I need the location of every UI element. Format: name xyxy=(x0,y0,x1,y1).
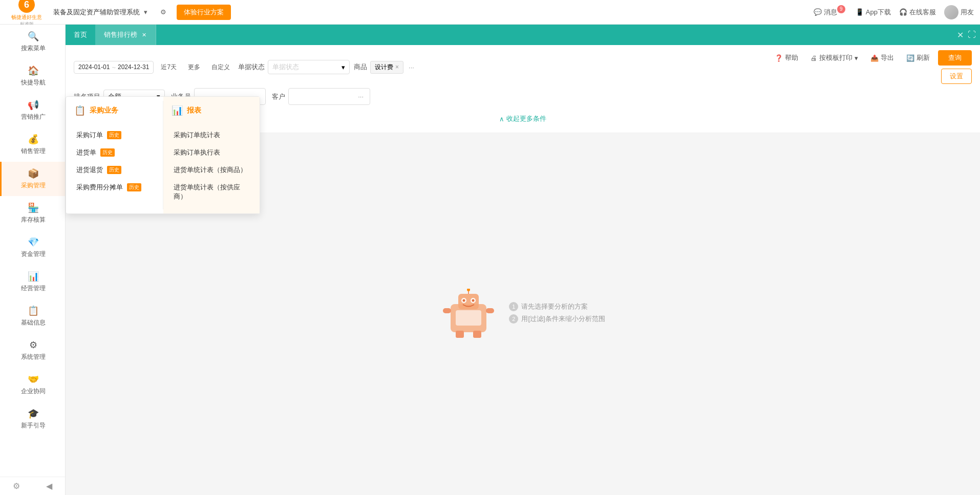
report-menu-section: 📊 报表 采购订单统计表 采购订单执行表 进货单统计表（按商品） 进货单统计表（… xyxy=(163,97,260,213)
user-btn[interactable]: 用友 xyxy=(944,5,974,19)
avatar xyxy=(944,5,958,19)
marketing-icon: 📢 xyxy=(28,99,39,111)
inbound-stat-supplier-label: 进货单统计表（按供应商） xyxy=(174,183,250,201)
menu-item-inbound-stat-supplier[interactable]: 进货单统计表（按供应商） xyxy=(172,179,252,205)
content-area: 首页 销售排行榜 ✕ ✕ ⛶ 2024-01-01 xyxy=(66,25,980,495)
empty-line-2: 用[过滤]条件来缩小分析范围 xyxy=(521,314,605,324)
sidebar-collapse-btn[interactable]: ◀ xyxy=(46,481,52,491)
goods-filter: 商品 设计费 × ··· xyxy=(354,61,416,74)
sidebar-item-enterprise[interactable]: 🤝 企业协同 xyxy=(0,368,65,402)
purchase-order-label: 采购订单 xyxy=(76,131,103,140)
quick-custom[interactable]: 自定义 xyxy=(207,61,234,73)
quick-7days[interactable]: 近7天 xyxy=(157,61,181,73)
sidebar-item-search[interactable]: 🔍 搜索菜单 xyxy=(0,25,65,59)
status-select[interactable]: 单据状态 ▾ xyxy=(268,60,350,74)
collapse-icon: ∧ xyxy=(499,115,504,123)
export-btn[interactable]: 📤 导出 xyxy=(866,51,898,64)
sidebar-settings-btn[interactable]: ⚙ xyxy=(13,481,20,491)
sidebar-item-finance[interactable]: 💎 资金管理 xyxy=(0,230,65,265)
export-label: 导出 xyxy=(881,53,894,62)
date-end: 2024-12-31 xyxy=(118,63,149,71)
settings-icon[interactable]: ⚙ xyxy=(156,5,171,19)
menu-item-inbound-stat-goods[interactable]: 进货单统计表（按商品） xyxy=(172,161,252,179)
menu-item-inbound[interactable]: 进货单 历史 xyxy=(74,144,155,161)
system-icon: ⚙ xyxy=(29,339,37,351)
logo-area: 6 畅捷通好生意 标准版 xyxy=(6,0,47,28)
help-icon: ❓ xyxy=(775,54,783,62)
system-name: 装备及固定资产辅助管理系统 xyxy=(53,8,140,17)
customer-more[interactable]: ··· xyxy=(356,91,366,102)
sidebar-item-inventory[interactable]: 🏪 库存核算 xyxy=(0,196,65,230)
help-btn[interactable]: ❓ 帮助 xyxy=(771,51,802,64)
search-icon: 🔍 xyxy=(28,31,39,42)
status-dropdown-icon: ▾ xyxy=(342,63,345,71)
action-buttons: ❓ 帮助 🖨 按模板打印 ▾ 📤 导出 xyxy=(771,50,972,84)
purchase-menu-section: 📋 采购业务 采购订单 历史 进货单 历史 进货退货 历史 采购费用分摊单 xyxy=(66,97,163,213)
sidebar-label-inventory: 库存核算 xyxy=(21,216,46,224)
collapse-btn[interactable]: ∧ 收起更多条件 xyxy=(499,114,546,123)
sidebar-item-purchase[interactable]: 📦 采购管理 xyxy=(0,162,65,196)
sidebar-label-guide: 新手引导 xyxy=(21,421,46,430)
menu-item-purchase-order-exec[interactable]: 采购订单执行表 xyxy=(172,144,252,161)
logo-char: 6 xyxy=(24,0,29,10)
svg-rect-8 xyxy=(473,331,481,338)
purchase-fee-label: 采购费用分摊单 xyxy=(76,183,123,192)
print-btn[interactable]: 🖨 按模板打印 ▾ xyxy=(806,51,862,64)
sidebar-label-system: 系统管理 xyxy=(21,353,46,361)
sidebar-item-marketing[interactable]: 📢 营销推广 xyxy=(0,93,65,127)
goods-tag-close[interactable]: × xyxy=(395,63,399,71)
query-btn[interactable]: 查询 xyxy=(938,50,972,66)
phone-icon: 📱 xyxy=(856,8,864,16)
app-download-label: App下载 xyxy=(866,8,891,17)
sidebar-label-business: 经营管理 xyxy=(21,284,46,293)
tab-close-btn[interactable]: ✕ xyxy=(140,31,147,38)
refresh-icon: 🔄 xyxy=(906,54,914,62)
sidebar-item-guide[interactable]: 🎓 新手引导 xyxy=(0,402,65,436)
menu-item-inbound-return[interactable]: 进货退货 历史 xyxy=(74,161,155,179)
top-bar: 6 畅捷通好生意 标准版 装备及固定资产辅助管理系统 ▾ ⚙ 体验行业方案 💬 … xyxy=(0,0,980,25)
goods-tag: 设计费 × xyxy=(370,61,403,74)
dropdown-icon[interactable]: ▾ xyxy=(144,8,152,16)
filter-toolbar: 2024-01-01 ~ 2024-12-31 近7天 更多 自定义 单据状态 … xyxy=(74,50,972,84)
sidebar-label-marketing: 营销推广 xyxy=(21,113,46,121)
sidebar-item-quick-nav[interactable]: 🏠 快捷导航 xyxy=(0,59,65,93)
message-btn[interactable]: 💬 消息 9 xyxy=(814,8,847,17)
robot-svg xyxy=(440,289,497,340)
sidebar-item-system[interactable]: ⚙ 系统管理 xyxy=(0,333,65,368)
quick-more[interactable]: 更多 xyxy=(184,61,204,73)
status-label: 单据状态 xyxy=(238,62,265,72)
goods-more-btn[interactable]: ··· xyxy=(407,61,416,73)
sidebar-item-sales[interactable]: 💰 销售管理 xyxy=(0,127,65,162)
industry-btn[interactable]: 体验行业方案 xyxy=(177,5,231,20)
online-service-btn[interactable]: 🎧 在线客服 xyxy=(899,8,936,17)
empty-state: 1 请先选择要分析的方案 2 用[过滤]条件来缩小分析范围 xyxy=(440,289,605,340)
sidebar-item-business[interactable]: 📊 经营管理 xyxy=(0,265,65,299)
sales-icon: 💰 xyxy=(28,134,39,145)
tab-sales-rank[interactable]: 销售排行榜 ✕ xyxy=(96,25,156,45)
menu-item-purchase-fee[interactable]: 采购费用分摊单 历史 xyxy=(74,179,155,196)
sidebar-label-enterprise: 企业协同 xyxy=(21,387,46,396)
tab-expand-btn[interactable]: ⛶ xyxy=(968,30,976,39)
customer-select[interactable]: ··· xyxy=(288,88,370,105)
user-label: 用友 xyxy=(961,8,974,17)
tab-home-label: 首页 xyxy=(74,30,87,39)
purchase-section-label: 采购业务 xyxy=(90,106,118,115)
online-service-label: 在线客服 xyxy=(909,8,936,17)
tab-home[interactable]: 首页 xyxy=(66,25,96,45)
settings-btn[interactable]: 设置 xyxy=(941,69,972,84)
report-section-label: 报表 xyxy=(187,106,201,115)
tab-close-all-btn[interactable]: ✕ xyxy=(957,30,964,40)
svg-rect-9 xyxy=(443,308,451,313)
app-download-btn[interactable]: 📱 App下载 xyxy=(856,8,891,17)
refresh-btn[interactable]: 🔄 刷新 xyxy=(902,51,934,64)
top-actions: ❓ 帮助 🖨 按模板打印 ▾ 📤 导出 xyxy=(771,50,972,66)
step-1-icon: 1 xyxy=(509,302,518,311)
menu-item-purchase-order[interactable]: 采购订单 历史 xyxy=(74,126,155,144)
sidebar-item-basic[interactable]: 📋 基础信息 xyxy=(0,299,65,333)
dropdown-menu: 📋 采购业务 采购订单 历史 进货单 历史 进货退货 历史 采购费用分摊单 xyxy=(66,96,260,214)
svg-point-5 xyxy=(472,299,475,302)
menu-item-purchase-order-stat[interactable]: 采购订单统计表 xyxy=(172,126,252,144)
empty-text: 1 请先选择要分析的方案 2 用[过滤]条件来缩小分析范围 xyxy=(509,302,605,327)
date-start: 2024-01-01 xyxy=(78,63,110,71)
purchase-order-stat-label: 采购订单统计表 xyxy=(174,131,220,140)
